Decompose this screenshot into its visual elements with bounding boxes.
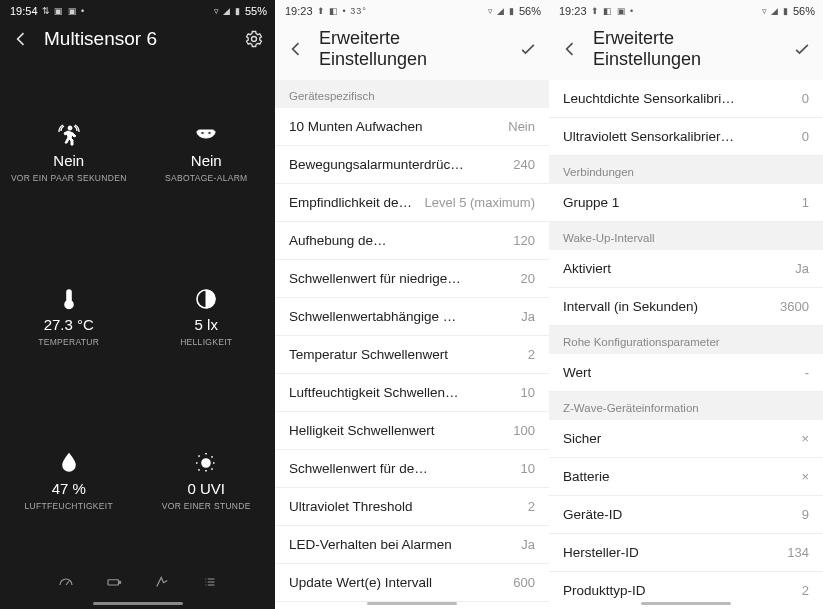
- thermometer-icon: [57, 286, 81, 312]
- row-label: Ultraviolett Sensorkalibrierung: [563, 129, 738, 144]
- settings-row[interactable]: Ultraviolet Threshold2: [275, 488, 549, 526]
- status-battery: 56%: [793, 5, 815, 17]
- list-icon[interactable]: [201, 573, 219, 591]
- row-value: 1: [802, 195, 809, 210]
- settings-row[interactable]: Wert-: [549, 354, 823, 392]
- settings-scroll[interactable]: Leuchtdichte Sensorkalibrierung0Ultravio…: [549, 80, 823, 609]
- row-label: Intervall (in Sekunden): [563, 299, 698, 314]
- back-icon[interactable]: [559, 38, 581, 60]
- sensor-motion[interactable]: Nein VOR EIN PAAR SEKUNDEN: [0, 108, 138, 197]
- status-bar: 19:23 ⬆ ◧ • 33° ▿ ◢ ▮ 56%: [275, 0, 549, 20]
- settings-row[interactable]: Leuchtdichte Sensorkalibrierung0: [549, 80, 823, 118]
- row-value: 20: [521, 271, 535, 286]
- settings-row[interactable]: Update Wert(e) Intervall600: [275, 564, 549, 602]
- back-icon[interactable]: [285, 38, 307, 60]
- sun-icon: [194, 450, 218, 476]
- row-value: 2: [802, 583, 809, 598]
- section-header: Z-Wave-Geräteinformation: [549, 392, 823, 420]
- row-value: 100: [513, 423, 535, 438]
- section-header: Verbindungen: [549, 156, 823, 184]
- sensor-value: 0 UVI: [187, 480, 225, 497]
- settings-row[interactable]: Luftfeuchtigkeit Schwellenwert10: [275, 374, 549, 412]
- gear-icon[interactable]: [243, 28, 265, 50]
- page-title: Multisensor 6: [44, 28, 231, 50]
- home-indicator[interactable]: [93, 602, 183, 605]
- svg-rect-8: [119, 581, 121, 583]
- settings-scroll[interactable]: Gerätespezifisch 10 Munten AufwachenNein…: [275, 80, 549, 609]
- svg-point-2: [208, 131, 212, 134]
- row-label: Update Wert(e) Intervall: [289, 575, 432, 590]
- row-label: Wert: [563, 365, 591, 380]
- battery-icon[interactable]: [105, 573, 123, 591]
- row-label: Hersteller-ID: [563, 545, 639, 560]
- settings-row[interactable]: Batterie×: [549, 458, 823, 496]
- home-indicator[interactable]: [367, 602, 457, 605]
- settings-row[interactable]: Schwellenwert für de…10: [275, 450, 549, 488]
- settings-row[interactable]: AktiviertJa: [549, 250, 823, 288]
- home-indicator[interactable]: [641, 602, 731, 605]
- row-value: Ja: [795, 261, 809, 276]
- page-title: Erweiterte Einstellungen: [319, 28, 505, 70]
- settings-row[interactable]: 10 Munten AufwachenNein: [275, 108, 549, 146]
- droplet-icon: %: [57, 450, 81, 476]
- back-icon[interactable]: [10, 28, 32, 50]
- settings-row[interactable]: Gruppe 11: [549, 184, 823, 222]
- row-label: LED-Verhalten bei Alarmen: [289, 537, 452, 552]
- row-value: 9: [802, 507, 809, 522]
- sensor-uv[interactable]: 0 UVI VOR EINER STUNDE: [138, 436, 276, 525]
- settings-row[interactable]: Ultraviolett Sensorkalibrierung0: [549, 118, 823, 156]
- sensor-label: VOR EINER STUNDE: [162, 501, 251, 511]
- status-time: 19:23: [559, 5, 587, 17]
- sensor-tamper[interactable]: Nein SABOTAGE-ALARM: [138, 108, 276, 197]
- settings-row[interactable]: Empfindlichkeit de…Level 5 (maximum): [275, 184, 549, 222]
- check-icon[interactable]: [517, 38, 539, 60]
- row-value: 240: [513, 157, 535, 172]
- row-value: 134: [787, 545, 809, 560]
- sensor-temperature[interactable]: 27.3 °C TEMPERATUR: [0, 272, 138, 361]
- settings-row[interactable]: Intervall (in Sekunden)3600: [549, 288, 823, 326]
- sensor-humidity[interactable]: % 47 % LUFTFEUCHTIGKEIT: [0, 436, 138, 525]
- settings-row[interactable]: Schwellenwertabhängige UpdatesJa: [275, 298, 549, 336]
- sensor-grid: Nein VOR EIN PAAR SEKUNDEN Nein SABOTAGE…: [0, 60, 275, 563]
- settings-row[interactable]: Schwellenwert für niedrige…20: [275, 260, 549, 298]
- contrast-icon: [194, 286, 218, 312]
- settings-row[interactable]: Aufhebung de…120: [275, 222, 549, 260]
- status-bar: 19:54 ⇅ ▣ ▣ • ▿ ◢ ▮ 55%: [0, 0, 275, 20]
- sensor-label: LUFTFEUCHTIGKEIT: [25, 501, 113, 511]
- sensor-label: VOR EIN PAAR SEKUNDEN: [11, 173, 127, 183]
- sensor-value: Nein: [191, 152, 222, 169]
- status-left-icons: ⇅ ▣ ▣ •: [42, 6, 86, 16]
- settings-row[interactable]: Bewegungsalarmunterdrückung240: [275, 146, 549, 184]
- route-icon[interactable]: [153, 573, 171, 591]
- phone-multisensor: 19:54 ⇅ ▣ ▣ • ▿ ◢ ▮ 55% Multisensor 6 Ne…: [0, 0, 275, 609]
- svg-point-3: [67, 302, 71, 306]
- settings-row[interactable]: Temperatur Schwellenwert2: [275, 336, 549, 374]
- svg-point-1: [201, 131, 205, 134]
- row-value: Ja: [521, 309, 535, 324]
- row-label: Schwellenwert für de…: [289, 461, 428, 476]
- row-label: Ultraviolet Threshold: [289, 499, 413, 514]
- settings-row[interactable]: Geräte-ID9: [549, 496, 823, 534]
- status-right-icons: ▿ ◢ ▮: [488, 6, 515, 16]
- status-left-icons: ⬆ ◧ ▣ •: [591, 6, 635, 16]
- svg-point-6: [202, 459, 210, 467]
- sensor-brightness[interactable]: 5 lx HELLIGKEIT: [138, 272, 276, 361]
- row-label: Leuchtdichte Sensorkalibrierung: [563, 91, 738, 106]
- settings-row[interactable]: Sicher×: [549, 420, 823, 458]
- sensor-value: 47 %: [52, 480, 86, 497]
- mask-icon: [194, 122, 218, 148]
- sensor-value: 5 lx: [195, 316, 218, 333]
- settings-row[interactable]: LED-Verhalten bei AlarmenJa: [275, 526, 549, 564]
- row-label: Gruppe 1: [563, 195, 619, 210]
- check-icon[interactable]: [791, 38, 813, 60]
- row-value: 10: [521, 461, 535, 476]
- settings-row[interactable]: Hersteller-ID134: [549, 534, 823, 572]
- row-label: 10 Munten Aufwachen: [289, 119, 423, 134]
- settings-row[interactable]: Helligkeit Schwellenwert100: [275, 412, 549, 450]
- status-time: 19:23: [285, 5, 313, 17]
- gauge-icon[interactable]: [57, 573, 75, 591]
- status-right-icons: ▿ ◢ ▮: [214, 6, 241, 16]
- row-label: Sicher: [563, 431, 601, 446]
- row-value: ×: [801, 469, 809, 484]
- section-header: Wake-Up-Intervall: [549, 222, 823, 250]
